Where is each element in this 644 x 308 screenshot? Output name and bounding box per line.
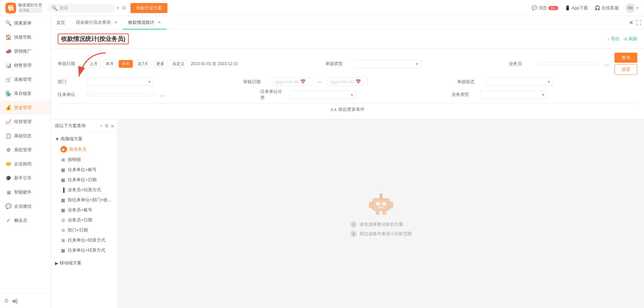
sidebar-item-finance[interactable]: 💰 资金管理 [0,101,51,115]
search-dropdown-arrow[interactable]: ▾ [117,5,119,10]
search-menu-icon: 🔍 [5,20,11,26]
partner-select[interactable] [87,93,154,96]
biz-type-label: 业务类型 [451,92,475,98]
left-panel-title: 按以下方案查询 [55,123,86,129]
sidebar-item-enterprise[interactable]: 🤝 企业协同 [0,157,51,171]
sidebar-item-basic[interactable]: 📋 基础信息 [0,129,51,143]
sales-icon: 📊 [5,62,11,68]
tab-close-all-btn[interactable]: ✕ [629,19,633,26]
tab-home[interactable]: 首页 [51,16,70,30]
sidebar-item-purchase[interactable]: 🛒 采购管理 [0,72,51,87]
scheme-partner-date[interactable]: ▦ 往来单位+日期 [51,175,118,185]
scheme-by-detail[interactable]: ⊞ 按明细 [51,155,118,165]
sidebar-item-guide[interactable]: 🎓 新手引导 [0,171,51,185]
messages-btn[interactable]: 💬 消息 99+ [532,5,558,11]
marketing-icon: 📣 [5,48,11,54]
scheme-salesperson-date[interactable]: ⊙ 业务员+日期 [51,215,118,225]
partner-more[interactable]: ... [160,92,165,98]
right-content: 1 请先选择要分析的方案 2 用过滤条件来缩小分析范围 [118,119,644,308]
table-icon1: ▦ [60,167,66,172]
partner-category-arrow: ▾ [351,92,353,97]
avatar: Rit [626,3,635,13]
scheme-by-salesperson[interactable]: ▶ 按业务员 [51,144,118,155]
mobile-scheme-group: ▶ 移动端方案 [51,257,118,269]
sidebar-item-operation[interactable]: 📈 经营管理 [0,115,51,129]
scheme-partner-method2[interactable]: ▦ 往来单位+结算方式 [51,245,118,255]
sidebar-settings-btn[interactable]: ⚙ [4,298,9,304]
partner-category-select[interactable]: ▾ [289,91,356,99]
doc-type-select[interactable]: ▾ [354,60,421,68]
doc-type-arrow: ▾ [416,61,418,66]
sidebar-item-system[interactable]: ⚙ 系统管理 [0,143,51,157]
query-button[interactable]: 查询 [614,53,637,63]
tip-text-1: 请先选择要分析的方案 [360,221,403,227]
online-service-btn[interactable]: 🎧 在线客服 [595,5,619,11]
tab-bank[interactable]: 现金银行流水查询 ✕ [70,16,123,30]
content-area: 首页 现金银行流水查询 ✕ 收款情况统计 ✕ ✕ ⛶ [51,16,644,308]
bar-icon: ▐ [60,187,66,193]
date-custom[interactable]: 自定义 [169,60,187,68]
mobile-scheme-header[interactable]: ▶ 移动端方案 [51,258,118,268]
message-icon: 💬 [532,5,537,10]
tab-bank-close[interactable]: ✕ [114,20,117,25]
biz-type-select[interactable]: ▾ [480,91,547,99]
sidebar-item-marketing[interactable]: 📣 营销推广 [0,44,51,58]
filter-row-partner: 往来单位 ... 往来单位分类 ▾ 业务类型 [58,89,637,101]
date-this-month[interactable]: 本月 [103,60,117,68]
review-date-start[interactable]: yyyy-mm-dd 📅 [272,78,312,86]
messages-label: 消息 [538,5,547,11]
svg-rect-2 [382,202,386,205]
scheme-salesperson-account[interactable]: ▦ 业务员+账号 [51,205,118,215]
add-scheme-btn[interactable]: + [100,123,103,129]
date-this-year[interactable]: 本年 [119,60,133,68]
refresh-btn[interactable]: ↺ 刷新 [624,36,637,42]
sidebar-item-hardware[interactable]: 🖥 智能硬件 [0,185,51,199]
tab-fullscreen-btn[interactable]: ⛶ [636,20,641,26]
online-service-label: 在线客服 [601,5,619,11]
desktop-scheme-group: ▼ 电脑端方案 ▶ 按业务员 ⊞ [51,133,118,257]
dept-arrow: ▾ [148,79,151,84]
export-btn[interactable]: ↑ 导出 [607,36,620,42]
dept-select[interactable]: ▾ [87,78,154,86]
review-date-end[interactable]: yyyy-mm-dd 📅 [327,78,368,86]
scheme-dept-date[interactable]: ⊙ 部门+日期 [51,225,118,235]
date-last-month[interactable]: 上月 [87,60,101,68]
collapse-bar[interactable]: ∧∧ 收起更多条件 [58,103,637,115]
sidebar-item-wechat[interactable]: 💬 企业微信 [0,199,51,213]
sidebar-item-vip[interactable]: ✓ 畅会员 [0,213,51,227]
set-button[interactable]: 设置 [614,64,637,75]
scheme-salesperson-method[interactable]: ▐ 业务员+结算方式 [51,185,118,195]
doc-status-select[interactable]: ▾ [486,78,553,86]
salesperson-more[interactable]: ... [605,61,609,67]
top-search-bar[interactable]: 🔍 搜索 [48,4,115,12]
sidebar-item-search[interactable]: 🔍 搜索菜单 [0,16,51,30]
sidebar-item-quicknav[interactable]: 🏠 快捷导航 [0,30,51,44]
app-download-btn[interactable]: 📱 App下载 [565,5,588,11]
tab-receipt-close[interactable]: ✕ [158,20,161,25]
user-avatar[interactable]: Rit ▾ [626,3,639,13]
settings-gear-icon[interactable]: ⚙ [122,5,126,11]
search-icon: 🔍 [52,5,57,11]
collapse-panel-btn[interactable]: « [111,123,114,129]
filter-row-date: 单据日期 上月 本月 本年 近7天 更多 自定义 2023-01-01 至 20… [58,53,637,75]
operation-icon: 📈 [5,119,11,125]
clock-icon1: ⊙ [60,217,66,223]
date-last-7[interactable]: 近7天 [135,60,151,68]
scheme-partner-dept[interactable]: ▦ 按往来单位+部门+收... [51,195,118,205]
tab-bar: 首页 现金银行流水查询 ✕ 收款情况统计 ✕ ✕ ⛶ [51,16,644,30]
partner-label: 往来单位 [58,92,81,98]
sidebar-item-sales[interactable]: 📊 销售管理 [0,58,51,72]
date-quick-buttons: 上月 本月 本年 近7天 更多 自定义 2023-01-01 至 2023-12… [87,60,238,68]
calendar-icon1: 📅 [300,79,306,84]
app-download-label: App下载 [572,5,588,11]
sidebar-item-inventory[interactable]: 🏪 库存核算 [0,87,51,101]
salesperson-select[interactable] [538,62,598,65]
scheme-partner-method1[interactable]: ⊞ 往来单位+结算方式 [51,235,118,245]
sidebar-collapse-btn[interactable]: ◀‖ [11,298,18,304]
trial-btn[interactable]: 体验行业方案 [130,3,167,13]
scheme-partner-account[interactable]: ▦ 往来单位+账号 [51,165,118,175]
date-more[interactable]: 更多 [153,60,167,68]
config-scheme-btn[interactable]: ⚙ [105,123,109,129]
tab-receipt[interactable]: 收款情况统计 ✕ [123,16,166,30]
desktop-scheme-header[interactable]: ▼ 电脑端方案 [51,134,118,144]
